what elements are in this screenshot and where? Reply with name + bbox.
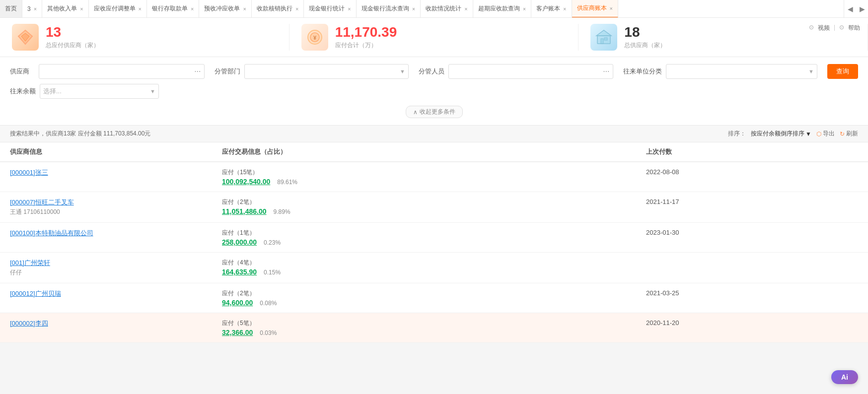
top-navigation: 首页 3 × 其他收入单 × 应收应付调整单 × 银行存取款单 × 预收冲应收单… — [0, 0, 868, 18]
supplier-link-4[interactable]: [001]广州荣轩 — [10, 259, 222, 267]
nav-tab-overdue-ap-close[interactable]: × — [523, 6, 526, 12]
nav-tab-bank-deposit-close[interactable]: × — [191, 6, 194, 12]
supplier-link-2[interactable]: [000007]恒旺二手叉车 — [10, 198, 222, 207]
nav-tab-supplier-account-close[interactable]: × — [610, 5, 613, 11]
nav-tab-customer-account[interactable]: 客户账本 × — [531, 0, 572, 18]
tx-pct-4: 0.15% — [264, 269, 281, 276]
tx-amount-6[interactable]: 32,366.00 — [222, 328, 253, 336]
last-pay-5: 2021-03-25 — [646, 289, 679, 297]
nav-tab-customer-account-close[interactable]: × — [563, 6, 566, 12]
export-icon: ⬡ — [816, 131, 821, 137]
query-button[interactable]: 查询 — [827, 64, 858, 79]
stat-label-suppliers-with-ap: 总应付供应商（家） — [46, 41, 99, 50]
nav-tab-cash-bank-flow-close[interactable]: × — [412, 6, 415, 12]
supplier-input[interactable] — [42, 68, 194, 75]
tx-info-1: 100,092,540.00 89.61% — [222, 177, 646, 186]
nav-arrow-left-button[interactable]: ◀ — [844, 0, 856, 18]
balance-select[interactable]: 选择... ▼ — [40, 84, 159, 99]
supplier-input-container[interactable]: ··· — [39, 64, 205, 79]
nav-tab-supplier-account[interactable]: 供应商账本 × — [572, 0, 618, 18]
tx-amount-2[interactable]: 11,051,486.00 — [222, 207, 267, 215]
nav-tab-cash-bank-stat[interactable]: 现金银行统计 × — [304, 0, 356, 18]
tx-cell-2: 应付（2笔） 11,051,486.00 9.89% — [222, 198, 646, 215]
nav-tab-ap-adjust[interactable]: 应收应付调整单 × — [89, 0, 147, 18]
nav-tab-advance-collection-close[interactable]: × — [243, 6, 246, 12]
unit-class-field: 往来单位分类 ▼ — [623, 64, 818, 79]
tx-label-1: 应付（15笔） — [222, 168, 646, 177]
tx-info-5: 94,600.00 0.08% — [222, 298, 646, 307]
table-header: 供应商信息 应付交易信息（占比） 上次付数 — [0, 142, 868, 162]
refresh-icon: ↻ — [840, 131, 845, 137]
nav-arrow-container: ◀ ▶ — [844, 0, 868, 18]
dept-select[interactable]: ▼ — [244, 64, 409, 79]
tx-info-6: 32,366.00 0.03% — [222, 328, 646, 336]
person-input-container[interactable]: ··· — [448, 64, 613, 79]
sort-value: 按应付余额倒序排序 — [751, 130, 804, 138]
tx-amount-4[interactable]: 164,635.90 — [222, 268, 257, 276]
tx-pct-3: 0.23% — [264, 239, 281, 246]
collapse-label: 收起更多条件 — [420, 108, 455, 116]
supplier-cell-3: [000100]本特勒油品有限公司 — [10, 229, 222, 238]
video-link[interactable]: 视频 — [818, 24, 830, 32]
nav-tab-home[interactable]: 首页 — [0, 0, 22, 18]
last-pay-6: 2020-11-20 — [646, 319, 679, 327]
sort-arrow-icon: ▼ — [805, 131, 811, 137]
dept-arrow-icon: ▼ — [400, 68, 405, 74]
nav-tab-bank-deposit[interactable]: 银行存取款单 × — [147, 0, 199, 18]
dept-field: 分管部门 ▼ — [215, 64, 409, 79]
nav-tab-supplier-account-label: 供应商账本 — [577, 4, 607, 12]
person-input[interactable] — [452, 68, 603, 75]
nav-tab-overdue-ap[interactable]: 超期应收款查询 × — [473, 0, 531, 18]
nav-tab-cash-bank-flow[interactable]: 现金银行流水查询 × — [357, 0, 421, 18]
tx-pct-2: 9.89% — [274, 208, 290, 215]
table-row: [000007]恒旺二手叉车 王通 17106110000 应付（2笔） 11,… — [0, 192, 868, 223]
refresh-label: 刷新 — [846, 130, 858, 138]
search-area: 供应商 ··· 分管部门 ▼ 分管人员 ··· 往来单位分类 — [0, 57, 868, 126]
last-pay-2: 2021-11-17 — [646, 198, 679, 205]
nav-tab-ap-adjust-close[interactable]: × — [139, 6, 142, 12]
unit-class-select[interactable]: ▼ — [666, 64, 818, 79]
col-header-tx: 应付交易信息（占比） — [222, 147, 646, 156]
supplier-dots-icon[interactable]: ··· — [194, 67, 201, 76]
balance-arrow-icon: ▼ — [150, 88, 155, 94]
nav-tab-cash-bank-stat-close[interactable]: × — [348, 6, 351, 12]
svg-text:¥: ¥ — [313, 35, 317, 41]
help-link[interactable]: 帮助 — [848, 24, 860, 32]
nav-tab-collection-stat-close[interactable]: × — [464, 6, 467, 12]
nav-tab-collection-verify[interactable]: 收款核销执行 × — [252, 0, 304, 18]
nav-tab-collection-stat[interactable]: 收款情况统计 × — [421, 0, 473, 18]
supplier-label: 供应商 — [10, 67, 35, 76]
nav-tab-ap-adjust-label: 应收应付调整单 — [94, 4, 136, 13]
sort-select[interactable]: 按应付余额倒序排序 ▼ — [751, 130, 811, 138]
tx-amount-1[interactable]: 100,092,540.00 — [222, 178, 270, 186]
collapse-button[interactable]: ∧ 收起更多条件 — [406, 106, 463, 118]
supplier-link-1[interactable]: [000001]张三 — [10, 168, 222, 177]
export-label: 导出 — [823, 130, 835, 138]
tx-pct-6: 0.03% — [260, 329, 277, 336]
nav-tab-3[interactable]: 3 × — [22, 0, 42, 18]
supplier-link-6[interactable]: [000002]李四 — [10, 319, 222, 328]
balance-select-text: 选择... — [43, 87, 150, 96]
export-button[interactable]: ⬡ 导出 — [816, 130, 835, 138]
tx-amount-5[interactable]: 94,600.00 — [222, 299, 253, 307]
nav-tab-advance-collection[interactable]: 预收冲应收单 × — [199, 0, 251, 18]
tx-amount-3[interactable]: 258,000.00 — [222, 238, 257, 246]
result-actions: 排序： 按应付余额倒序排序 ▼ ⬡ 导出 ↻ 刷新 — [728, 130, 858, 138]
supplier-link-3[interactable]: [000100]本特勒油品有限公司 — [10, 229, 222, 238]
last-pay-cell-3: 2023-01-30 — [646, 229, 858, 236]
nav-tab-other-income-close[interactable]: × — [80, 6, 83, 12]
refresh-button[interactable]: ↻ 刷新 — [840, 130, 858, 138]
nav-arrow-right-button[interactable]: ▶ — [856, 0, 868, 18]
nav-tab-collection-verify-label: 收款核销执行 — [257, 4, 292, 13]
circle-video-icon: ⊙ — [809, 24, 814, 32]
tx-label-5: 应付（2笔） — [222, 289, 646, 298]
nav-tab-3-close[interactable]: × — [34, 6, 37, 12]
collapse-bar: ∧ 收起更多条件 — [10, 104, 858, 120]
stat-icon-store — [590, 24, 617, 51]
nav-tab-other-income[interactable]: 其他收入单 × — [42, 0, 88, 18]
person-dots-icon[interactable]: ··· — [603, 67, 609, 76]
supplier-link-5[interactable]: [000012]广州贝瑞 — [10, 289, 222, 298]
nav-tab-collection-verify-close[interactable]: × — [295, 6, 298, 12]
supplier-sub-2: 王通 17106110000 — [10, 208, 222, 216]
tx-cell-1: 应付（15笔） 100,092,540.00 89.61% — [222, 168, 646, 186]
